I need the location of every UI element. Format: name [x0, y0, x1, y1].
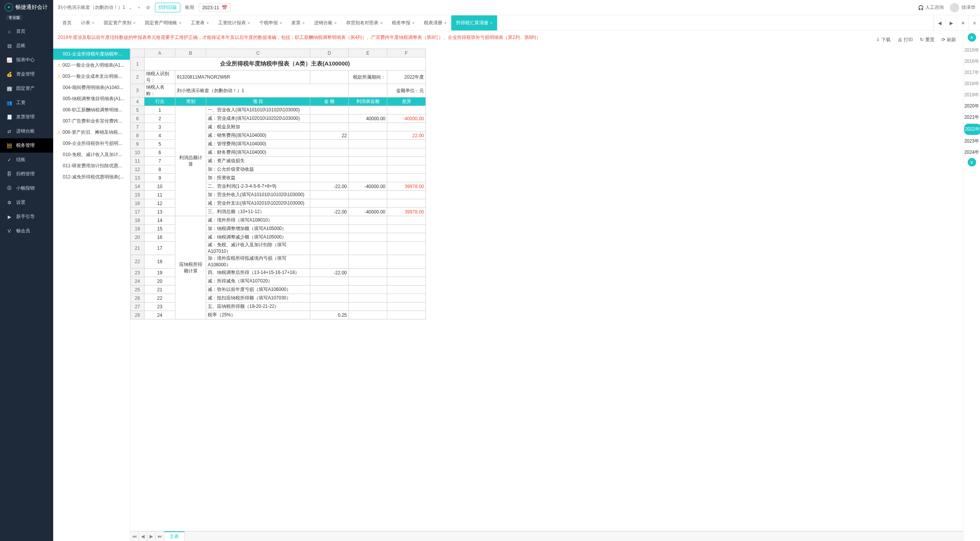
cell-item[interactable]: 四、纳税调整后所得（13-14+15-16-17+18） [206, 269, 310, 277]
tab-10[interactable]: 税务申报× [387, 15, 419, 30]
row-header[interactable]: 16 [131, 199, 145, 208]
tab-close-icon[interactable]: ✕ [957, 15, 968, 31]
cell-diff[interactable] [387, 199, 426, 208]
cell-line[interactable]: 18 [145, 255, 175, 269]
add-icon[interactable]: ＋ [137, 4, 141, 11]
year-item[interactable]: 2018年 [963, 78, 980, 89]
cell-diff[interactable] [387, 165, 426, 174]
tab-8[interactable]: 进销台账× [309, 15, 341, 30]
cell-pl[interactable]: 40000.00 [349, 114, 387, 123]
cell-amount[interactable]: 0.25 [310, 311, 349, 319]
cell-diff[interactable]: 39978.00 [387, 182, 426, 191]
cell-amount[interactable] [310, 233, 349, 242]
cell-diff[interactable] [387, 286, 426, 294]
close-icon[interactable]: × [179, 20, 182, 26]
cell-amount[interactable] [310, 148, 349, 157]
tab-5[interactable]: 工资统计报表× [213, 15, 255, 30]
reset-button[interactable]: ↻重置 [920, 37, 935, 43]
cell-diff[interactable] [387, 233, 426, 242]
row-header[interactable]: 24 [131, 277, 145, 286]
close-icon[interactable]: × [133, 20, 136, 26]
cell-item[interactable]: 三、利润总额（10+11-12） [206, 208, 310, 216]
year-up-icon[interactable]: ∧ [968, 33, 976, 42]
cell-pl[interactable] [349, 199, 387, 208]
cell-pl[interactable] [349, 123, 387, 131]
cell-amount[interactable]: -22.00 [310, 208, 349, 216]
cell-amount[interactable] [310, 286, 349, 294]
close-icon[interactable]: × [444, 20, 447, 26]
cell-pl[interactable] [349, 131, 387, 140]
cell-amount[interactable] [310, 255, 349, 269]
report-item[interactable]: ⚠003-一般企业成本支出明细... [53, 71, 130, 82]
cell-diff[interactable] [387, 123, 426, 131]
report-item[interactable]: 006-职工薪酬纳税调整明细... [53, 104, 130, 116]
cell-amount[interactable]: 22 [310, 131, 349, 140]
cell-pl[interactable] [349, 106, 387, 114]
cell-line[interactable]: 4 [145, 131, 175, 140]
sheet-tab-main[interactable]: 主表 [164, 531, 185, 541]
cell-pl[interactable] [349, 165, 387, 174]
report-item[interactable]: 005-纳税调整项目明细表(A1... [53, 93, 130, 104]
close-icon[interactable]: × [380, 20, 383, 26]
cell-line[interactable]: 2 [145, 114, 175, 123]
cell-amount[interactable] [310, 114, 349, 123]
sidebar-item-ledger[interactable]: ▤总账 [0, 39, 53, 53]
close-icon[interactable]: × [279, 20, 282, 26]
cell-line[interactable]: 14 [145, 216, 175, 225]
cell-pl[interactable] [349, 216, 387, 225]
tab-0[interactable]: 首页 [58, 15, 76, 30]
row-header[interactable]: 10 [131, 148, 145, 157]
cell-amount[interactable] [310, 106, 349, 114]
close-icon[interactable]: × [206, 20, 209, 26]
row-header[interactable]: 20 [131, 233, 145, 242]
cell-line[interactable]: 12 [145, 199, 175, 208]
cell-item[interactable]: 减：税金及附加 [206, 123, 310, 131]
close-icon[interactable]: × [412, 20, 415, 26]
row-header[interactable]: 9 [131, 140, 145, 148]
report-item[interactable]: 011-研发费用加计扣除优惠... [53, 160, 130, 171]
cell-diff[interactable] [387, 191, 426, 199]
sheet-first-icon[interactable]: ⏮ [130, 531, 139, 541]
tab-next-icon[interactable]: ▶ [945, 15, 957, 31]
cell-amount[interactable] [310, 242, 349, 255]
cell-item[interactable]: 减：营业成本(填写A102010\102020\103000) [206, 114, 310, 123]
cell-pl[interactable] [349, 191, 387, 199]
row-header[interactable]: 27 [131, 302, 145, 311]
row-header[interactable]: 21 [131, 242, 145, 255]
cell-diff[interactable] [387, 255, 426, 269]
cell-line[interactable]: 16 [145, 233, 175, 242]
cell-diff[interactable] [387, 148, 426, 157]
year-item[interactable]: 2016年 [963, 56, 980, 67]
gear-icon[interactable]: ⚙ [146, 5, 150, 10]
close-icon[interactable]: × [490, 20, 493, 26]
cell-pl[interactable] [349, 311, 387, 319]
cell-pl[interactable] [349, 269, 387, 277]
cell-item[interactable]: 加：营业外收入(填写A101010\101020\103000) [206, 191, 310, 199]
cell-amount[interactable] [310, 302, 349, 311]
tab-4[interactable]: 工资表× [186, 15, 213, 30]
close-icon[interactable]: × [302, 20, 305, 26]
year-item[interactable]: 2019年 [963, 89, 980, 101]
cell-line[interactable]: 6 [145, 148, 175, 157]
cell-line[interactable]: 22 [145, 294, 175, 302]
row-header[interactable]: 23 [131, 269, 145, 277]
sidebar-item-payroll[interactable]: 👥工资 [0, 96, 53, 110]
tab-7[interactable]: 发票× [287, 15, 309, 30]
sidebar-item-tax[interactable]: 🧮税务管理 [0, 138, 53, 153]
row-header[interactable]: 7 [131, 123, 145, 131]
cell-diff[interactable] [387, 216, 426, 225]
cell-amount[interactable] [310, 165, 349, 174]
cell-item[interactable]: 减：管理费用(填写A104000) [206, 140, 310, 148]
cell-item[interactable]: 减：抵扣应纳税所得额（填写A107030） [206, 294, 310, 302]
cell-item[interactable]: 减：弥补以前年度亏损（填写A106000） [206, 286, 310, 294]
report-item[interactable]: 007-广告费和业务宣传费跨... [53, 116, 130, 127]
cell-diff[interactable] [387, 140, 426, 148]
tab-9[interactable]: 存货别名对照表× [341, 15, 387, 30]
cell-diff[interactable]: 39978.00 [387, 208, 426, 216]
sidebar-item-chart[interactable]: 📈报表中心 [0, 53, 53, 67]
year-item[interactable]: 2017年 [963, 67, 980, 78]
cell-item[interactable]: 减：免税、减计收入及加计扣除（填写A107010） [206, 242, 310, 255]
cell-diff[interactable] [387, 269, 426, 277]
report-item[interactable]: ⚠002-一般企业收入明细表(A1... [53, 60, 130, 71]
cell-pl[interactable] [349, 242, 387, 255]
